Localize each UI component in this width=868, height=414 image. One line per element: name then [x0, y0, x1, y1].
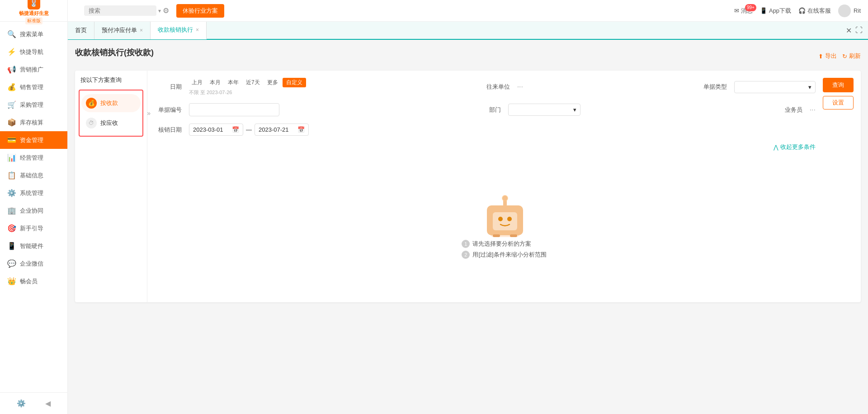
avatar [838, 5, 851, 17]
tab-writeoff-close[interactable]: × [196, 27, 199, 33]
collapse-more-btn[interactable]: ⋀ 收起更多条件 [155, 143, 816, 151]
svg-rect-8 [510, 234, 517, 237]
online-service-item[interactable]: 🎧 在线客服 [798, 7, 831, 15]
empty-hint: 1 请先选择要分析的方案 2 用[过滤]条件来缩小分析范围 [462, 240, 546, 259]
query-row-2: 单据编号 部门 ▾ 业务员 ··· [155, 103, 816, 116]
collapse-sidebar-icon[interactable]: ◀ [45, 399, 51, 408]
settings-bottom-icon[interactable]: ⚙️ [17, 399, 26, 408]
sidebar-bottom: ⚙️ ◀ [0, 392, 67, 414]
sidebar-item-basicinfo[interactable]: 📋 基础信息 [0, 167, 67, 184]
main-content: 收款核销执行(按收款) ⬆ 导出 ↻ 刷新 按以下方案查询 💰 按收款 [68, 40, 868, 414]
sidebar-item-enterprise[interactable]: 🏢 企业协同 [0, 202, 67, 219]
date-tab-custom[interactable]: 自定义 [283, 78, 306, 87]
by-receivable-label: 按应收 [100, 119, 118, 127]
panel-collapse-arrow[interactable]: » [147, 109, 151, 117]
filter-panel: 按以下方案查询 💰 按收款 ⏱ 按应收 » [75, 71, 147, 302]
counterparty-select-btn[interactable]: ··· [517, 83, 523, 91]
dept-select[interactable]: ▾ [508, 104, 580, 116]
sidebar-item-label-marketing: 营销推广 [20, 66, 43, 74]
date-tab-thismonth[interactable]: 本月 [207, 78, 223, 87]
search-dropdown-icon[interactable]: ▾ [158, 8, 161, 14]
sidebar-nav: 🔍 搜索菜单 ⚡ 快捷导航 📢 营销推广 💰 销售管理 🛒 采购管理 📦 库存核… [0, 22, 67, 392]
query-row-3: 核销日期 2023-03-01 📅 — 2023-07-21 📅 [155, 124, 816, 136]
top-bar: ▾ ⚙ 休验行业方案 ✉ 消息 99+ 📱 App下载 🎧 在线客服 Rit [68, 0, 868, 22]
query-btn[interactable]: 查询 [823, 78, 854, 92]
counterparty-label: 往来单位 [483, 83, 510, 91]
date-tab-lastmonth[interactable]: 上月 [189, 78, 205, 87]
user-area[interactable]: Rit [838, 5, 861, 17]
sidebar-item-label-enterprise: 企业协同 [20, 207, 43, 215]
sidebar-item-label-search: 搜索菜单 [20, 30, 43, 38]
sidebar-item-label-finance: 资金管理 [20, 136, 43, 144]
staff-select-btn[interactable]: ··· [810, 106, 816, 114]
sidebar-item-label-quicknav: 快捷导航 [20, 48, 43, 56]
top-search-input[interactable] [84, 5, 156, 16]
app-download-item[interactable]: 📱 App下载 [760, 7, 791, 15]
refresh-label: 刷新 [849, 52, 861, 60]
operations-icon: 📊 [7, 153, 16, 162]
headset-icon: 🎧 [798, 7, 806, 14]
svg-rect-7 [493, 234, 500, 237]
by-receipt-icon: 💰 [86, 98, 97, 109]
hint-row-1: 1 请先选择要分析的方案 [462, 240, 546, 248]
hint-num-1: 1 [462, 240, 470, 248]
doctype-select[interactable]: ▾ [734, 81, 816, 93]
sidebar-item-label-sales: 销售管理 [20, 83, 43, 91]
tab-writeoff[interactable]: 收款核销执行 × [151, 21, 207, 39]
sales-icon: 💰 [7, 83, 16, 91]
sidebar-item-operations[interactable]: 📊 经营管理 [0, 149, 67, 167]
sidebar-item-label-member: 畅会员 [20, 277, 38, 286]
sidebar-item-guide[interactable]: 🎯 新手引导 [0, 219, 67, 237]
tab-prepay[interactable]: 预付冲应付单 × [94, 21, 151, 39]
refresh-btn[interactable]: ↻ 刷新 [842, 52, 861, 60]
export-btn[interactable]: ⬆ 导出 [818, 52, 837, 60]
date-tab-7days[interactable]: 近7天 [243, 78, 263, 87]
brand-name: 畅捷通好生意 [19, 10, 49, 16]
message-icon: ✉ [734, 7, 739, 14]
sidebar-item-hardware[interactable]: 📱 智能硬件 [0, 237, 67, 255]
writeoff-date-start-input[interactable]: 2023-03-01 📅 [189, 124, 243, 136]
date-tab-more[interactable]: 更多 [264, 78, 281, 87]
tab-close-window-icon[interactable]: ✕ [846, 26, 852, 35]
sidebar-item-finance[interactable]: 💳 资金管理 [0, 131, 67, 149]
sidebar-item-member[interactable]: 👑 畅会员 [0, 272, 67, 290]
content-area: 按以下方案查询 💰 按收款 ⏱ 按应收 » 日期 [75, 71, 861, 302]
sidebar-item-sales[interactable]: 💰 销售管理 [0, 78, 67, 96]
sidebar-item-system[interactable]: ⚙️ 系统管理 [0, 184, 67, 202]
docno-input[interactable] [189, 103, 279, 116]
member-icon: 👑 [7, 277, 16, 286]
refresh-icon: ↻ [842, 53, 847, 60]
app-download-label: App下载 [769, 7, 791, 15]
sidebar-item-label-purchase: 采购管理 [20, 101, 43, 109]
tab-bar: 首页 预付冲应付单 × 收款核销执行 × ✕ ⛶ [68, 22, 868, 40]
page-title: 收款核销执行(按收款) [75, 47, 154, 58]
date-tab-thisyear[interactable]: 本年 [225, 78, 241, 87]
holiday-btn[interactable]: 休验行业方案 [176, 4, 224, 18]
sidebar-item-inventory[interactable]: 📦 库存核算 [0, 114, 67, 131]
tab-expand-icon[interactable]: ⛶ [855, 26, 863, 34]
tab-writeoff-label: 收款核销执行 [158, 26, 193, 34]
sidebar-item-wechat[interactable]: 💬 企业微信 [0, 255, 67, 272]
writeoff-date-end-input[interactable]: 2023-07-21 📅 [255, 124, 309, 136]
hint-row-2: 2 用[过滤]条件来缩小分析范围 [462, 251, 546, 259]
tab-prepay-close[interactable]: × [140, 27, 143, 33]
staff-label: 业务员 [775, 106, 802, 114]
export-icon: ⬆ [818, 53, 823, 60]
tab-home[interactable]: 首页 [68, 21, 94, 39]
settings-icon[interactable]: ⚙ [163, 6, 169, 15]
writeoff-date-start-value: 2023-03-01 [193, 126, 223, 133]
settings-btn[interactable]: 设置 [823, 96, 854, 109]
sidebar-item-search[interactable]: 🔍 搜索菜单 [0, 25, 67, 43]
sidebar-item-quicknav[interactable]: ⚡ 快捷导航 [0, 43, 67, 61]
sidebar-item-purchase[interactable]: 🛒 采购管理 [0, 96, 67, 114]
dept-chevron-icon: ▾ [573, 106, 576, 113]
sidebar-item-marketing[interactable]: 📢 营销推广 [0, 61, 67, 78]
doctype-label: 单据类型 [700, 83, 727, 91]
wechat-icon: 💬 [7, 259, 16, 268]
filter-option-by-receivable[interactable]: ⏱ 按应收 [81, 114, 141, 132]
message-item[interactable]: ✉ 消息 99+ [734, 7, 753, 15]
message-badge: 99+ [745, 4, 756, 11]
date-range: 2023-03-01 📅 — 2023-07-21 📅 [189, 124, 309, 136]
date-range-separator: — [246, 126, 252, 133]
filter-option-by-receipt[interactable]: 💰 按收款 [81, 94, 141, 112]
